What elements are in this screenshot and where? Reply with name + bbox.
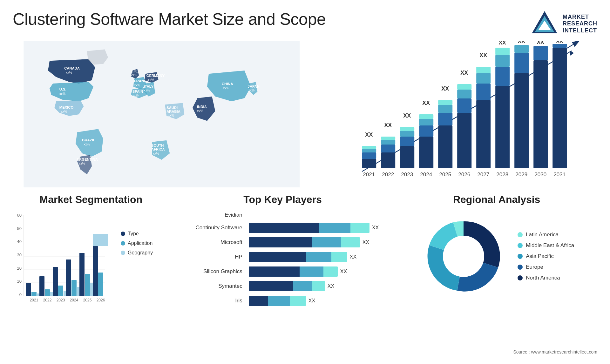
svg-text:JAPAN: JAPAN <box>248 84 260 88</box>
svg-rect-119 <box>39 276 44 296</box>
svg-text:xx%: xx% <box>248 89 254 92</box>
svg-text:xx%: xx% <box>66 71 72 74</box>
player-bar-microsoft: XX <box>249 237 383 247</box>
svg-text:2022: 2022 <box>43 298 52 302</box>
svg-rect-62 <box>438 105 452 113</box>
growth-chart-section: XX XX XX XX XX <box>320 41 597 187</box>
svg-rect-42 <box>362 149 376 152</box>
svg-text:30: 30 <box>17 253 22 257</box>
svg-rect-81 <box>514 53 529 73</box>
svg-rect-56 <box>419 125 433 137</box>
svg-rect-88 <box>552 44 567 48</box>
svg-text:xx%: xx% <box>144 89 150 92</box>
svg-text:XX: XX <box>403 112 411 119</box>
page-header: Clustering Software Market Size and Scop… <box>0 0 610 41</box>
svg-text:GERMANY: GERMANY <box>146 74 165 78</box>
svg-rect-52 <box>400 131 414 137</box>
svg-rect-80 <box>514 73 529 168</box>
svg-text:ARGENTINA: ARGENTINA <box>77 158 98 161</box>
svg-text:AFRICA: AFRICA <box>151 147 165 151</box>
svg-text:60: 60 <box>17 213 22 218</box>
segmentation-legend: Type Application Geography <box>121 231 153 256</box>
segmentation-title: Market Segmentation <box>13 194 169 206</box>
svg-text:MEXICO: MEXICO <box>59 105 74 109</box>
segmentation-chart: 60 50 40 30 20 10 0 <box>13 212 108 310</box>
svg-rect-129 <box>85 274 90 296</box>
svg-text:2025: 2025 <box>83 298 92 302</box>
svg-text:2021: 2021 <box>30 298 38 302</box>
legend-type: Type <box>121 231 153 237</box>
svg-rect-61 <box>438 113 452 125</box>
svg-text:BRAZIL: BRAZIL <box>82 138 95 142</box>
dot-north-america <box>518 275 523 280</box>
donut-chart <box>419 212 508 301</box>
svg-text:CHINA: CHINA <box>222 82 233 86</box>
svg-rect-43 <box>362 146 376 149</box>
svg-text:XX: XX <box>498 41 506 46</box>
svg-text:SOUTH: SOUTH <box>151 144 164 147</box>
page-title: Clustering Software Market Size and Scop… <box>13 10 326 29</box>
svg-rect-65 <box>457 113 471 168</box>
svg-text:ITALY: ITALY <box>144 84 154 88</box>
svg-rect-60 <box>438 125 452 168</box>
svg-text:xx%: xx% <box>131 73 137 77</box>
regional-title: Regional Analysis <box>396 194 597 206</box>
regional-legend: Latin America Middle East & Africa Asia … <box>518 232 574 281</box>
dot-latin-america <box>518 232 523 237</box>
player-row-microsoft: Microsoft XX <box>182 237 383 247</box>
player-name-silicon: Silicon Graphics <box>182 268 246 275</box>
svg-text:XX: XX <box>441 85 449 92</box>
svg-text:XX: XX <box>556 41 563 44</box>
svg-text:2025: 2025 <box>439 172 451 178</box>
svg-rect-40 <box>362 159 376 168</box>
svg-text:ARABIA: ARABIA <box>166 110 180 113</box>
svg-text:50: 50 <box>17 226 22 231</box>
svg-rect-116 <box>26 283 31 296</box>
svg-rect-55 <box>419 137 433 168</box>
svg-text:20: 20 <box>17 266 22 271</box>
regional-content: Latin America Middle East & Africa Asia … <box>396 212 597 301</box>
svg-rect-58 <box>419 114 433 119</box>
svg-rect-73 <box>476 67 491 73</box>
svg-point-140 <box>443 236 484 277</box>
svg-text:2023: 2023 <box>57 298 65 302</box>
svg-text:xx%: xx% <box>84 143 90 146</box>
legend-europe: Europe <box>518 264 574 270</box>
svg-text:2028: 2028 <box>496 172 508 178</box>
logo-text: MARKET RESEARCH INTELLECT <box>563 14 597 34</box>
svg-rect-53 <box>400 127 414 131</box>
svg-rect-67 <box>457 90 471 98</box>
player-bar-iris: XX <box>249 296 383 306</box>
player-name-symantec: Symantec <box>182 283 246 289</box>
world-map-svg: CANADA xx% U.S. xx% MEXICO xx% BRAZIL xx… <box>13 41 311 187</box>
svg-rect-47 <box>381 140 395 145</box>
svg-rect-72 <box>476 73 491 84</box>
svg-rect-76 <box>495 67 510 86</box>
growth-bar-chart: XX XX XX XX XX <box>327 41 597 187</box>
svg-rect-128 <box>79 253 85 296</box>
world-map-section: CANADA xx% U.S. xx% MEXICO xx% BRAZIL xx… <box>13 41 311 187</box>
dot-asia-pacific <box>518 254 523 259</box>
svg-rect-75 <box>495 86 510 168</box>
dot-middle-east <box>518 243 523 248</box>
svg-text:2024: 2024 <box>70 298 78 302</box>
svg-rect-63 <box>438 100 452 105</box>
svg-text:0: 0 <box>19 292 22 297</box>
svg-text:CANADA: CANADA <box>64 66 80 70</box>
svg-text:xx%: xx% <box>79 162 85 165</box>
svg-text:XX: XX <box>365 131 373 138</box>
key-players-section: Top Key Players Evidian Continuity Softw… <box>182 194 383 349</box>
svg-rect-126 <box>71 280 77 296</box>
svg-text:2022: 2022 <box>382 172 394 178</box>
top-content: CANADA xx% U.S. xx% MEXICO xx% BRAZIL xx… <box>0 41 610 187</box>
svg-rect-77 <box>495 55 510 67</box>
svg-rect-87 <box>552 48 567 168</box>
svg-text:SAUDI: SAUDI <box>166 106 178 110</box>
legend-application: Application <box>121 240 153 246</box>
svg-text:xx%: xx% <box>153 152 159 155</box>
svg-rect-84 <box>533 60 548 168</box>
players-list: Evidian Continuity Software XX Mi <box>182 212 383 306</box>
svg-rect-46 <box>381 145 395 152</box>
svg-text:2021: 2021 <box>363 172 375 178</box>
logo-icon <box>530 10 559 38</box>
